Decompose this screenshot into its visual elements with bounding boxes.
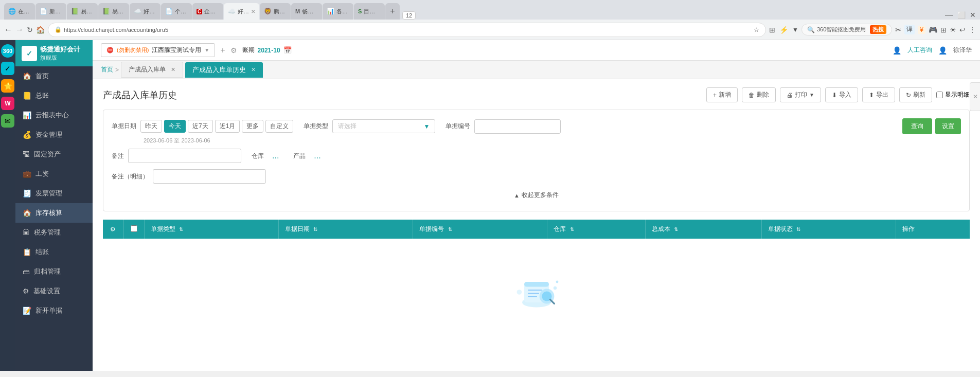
sidebar-item-home[interactable]: 🏠 首页 [15,66,93,86]
tab-product-history-close-icon[interactable]: ✕ [251,66,256,73]
th-settings[interactable]: ⚙ [103,220,123,239]
sidebar-item-reports[interactable]: 📊 云报表中心 [15,105,93,125]
refresh-button[interactable]: ↻ 刷新 [899,87,932,102]
date-btn-custom[interactable]: 自定义 [265,120,293,133]
browser-tab-9[interactable]: 🦁 腾… [260,3,291,20]
show-details-checkbox[interactable]: 显示明细 [936,91,970,99]
breadcrumb-home[interactable]: 首页 [101,65,113,74]
date-btn-7days[interactable]: 近7天 [188,120,213,133]
browser-tab-5[interactable]: ☁️ 好… [130,3,161,20]
app-icon-changjie[interactable]: ✓ [1,62,14,75]
app-icon-weibo[interactable]: W [1,97,14,110]
warehouse-dots[interactable]: ... [268,151,283,160]
forward-button[interactable]: → [15,25,24,34]
product-dots[interactable]: ... [310,151,325,160]
sidebar-item-finance[interactable]: 💰 资金管理 [15,125,93,145]
sidebar-item-general-ledger[interactable]: 📒 总账 [15,86,93,105]
browser-tab-4[interactable]: 📗 易… [98,3,129,20]
right-panel-close-button[interactable]: ✕ [970,82,980,111]
browser-tab-6[interactable]: 📄 个… [161,3,192,20]
browser-tab-1[interactable]: 🌐 在… [4,3,35,20]
sidebar-item-archive[interactable]: 🗃 归档管理 [15,262,93,281]
setting-button[interactable]: 设置 [935,118,961,134]
app-icon-mail[interactable]: ✉ [1,114,14,128]
note-input[interactable] [128,149,241,163]
account-settings-button[interactable]: ⚙ [230,46,237,55]
th-bill-type[interactable]: 单据类型 ⇅ [144,220,278,239]
th-bill-number[interactable]: 单据编号 ⇅ [413,220,547,239]
address-input[interactable]: 🔒 https://cloud.chanjet.com/accounting/u… [48,23,766,37]
apps-icon[interactable]: ⊞ [940,26,947,34]
date-btn-today[interactable]: 今天 [164,120,186,133]
reload-button[interactable]: ↻ [27,26,33,34]
date-btn-yesterday[interactable]: 昨天 [140,120,162,133]
theme-icon[interactable]: ☀ [950,26,956,34]
print-button[interactable]: 🖨 打印 ▼ [780,87,821,102]
date-btn-more[interactable]: 更多 [242,120,263,133]
collapse-button[interactable]: ▲ 收起更多条件 [511,188,562,203]
tab-8-close-icon[interactable]: ✕ [251,9,255,14]
browser-tab-8[interactable]: ☁️ 好… ✕ [224,3,259,20]
import-button[interactable]: ⬇ 导入 [825,87,858,102]
browser-tab-7[interactable]: C 企… [192,3,223,20]
grid-icon[interactable]: ⊞ [769,26,775,34]
user-service-text[interactable]: 人工咨询 [907,46,932,55]
account-selector[interactable]: ⛔ (勿删勿禁用) 江西腺宝测试专用 ▼ [101,43,215,57]
scissors-icon[interactable]: ✂ [895,26,901,34]
browser-tab-3[interactable]: 📗 易… [67,3,98,20]
delete-button[interactable]: 🗑 删除 [742,87,776,102]
export-button[interactable]: ⬆ 导出 [862,87,895,102]
select-all-checkbox[interactable] [131,225,137,232]
th-warehouse[interactable]: 仓库 ⇅ [547,220,645,239]
sidebar-item-settlement[interactable]: 📋 结账 [15,242,93,262]
translate-icon[interactable]: 译 [904,25,915,34]
close-icon[interactable]: ✕ [970,11,976,19]
sidebar-item-fixed-assets[interactable]: 🏗 固定资产 [15,145,93,164]
add-button[interactable]: + 新增 [706,87,738,102]
new-tab-button[interactable]: + [385,3,400,20]
query-button[interactable]: 查询 [902,118,932,134]
game-icon[interactable]: 🎮 [929,26,937,34]
sidebar-item-invoice[interactable]: 🧾 发票管理 [15,184,93,203]
tab-product-list[interactable]: 产成品入库单 ✕ [121,62,183,78]
sidebar-item-inventory[interactable]: 🏠 库存核算 [15,203,93,223]
th-checkbox[interactable] [123,220,144,239]
tab-product-history[interactable]: 产成品入库单历史 ✕ [185,62,263,78]
browser-tab-12[interactable]: S 目… [354,3,385,20]
browser-tab-10[interactable]: M 畅… [291,3,322,20]
tab-product-list-close-icon[interactable]: ✕ [171,66,175,73]
tab-10-title: 畅… [302,8,318,15]
tab-product-list-label: 产成品入库单 [129,65,166,74]
th-bill-date[interactable]: 单据日期 ⇅ [278,220,413,239]
bill-number-input[interactable] [474,119,561,134]
browser-tab-2[interactable]: 📄 新… [35,3,66,20]
yuan-icon[interactable]: ¥ [918,26,925,34]
date-filter-label: 单据日期 [112,122,136,131]
undo-icon[interactable]: ↩ [959,26,966,34]
sidebar-item-new-bill[interactable]: 📝 新开单据 [15,301,93,320]
back-button[interactable]: ← [4,25,12,34]
date-btn-1month[interactable]: 近1月 [215,120,240,133]
app-icon-360[interactable]: 360 [1,44,14,58]
home-button[interactable]: 🏠 [36,26,45,34]
sidebar-item-payroll[interactable]: 💼 工资 [15,164,93,184]
browser-tab-11[interactable]: 📊 各… [323,3,353,20]
menu-icon[interactable]: ⋮ [969,26,976,34]
show-details-input[interactable] [936,92,943,98]
add-account-button[interactable]: + [220,46,225,55]
sidebar-item-basic-settings[interactable]: ⚙ 基础设置 [15,281,93,301]
calendar-icon[interactable]: 📅 [283,46,292,54]
minimize-icon[interactable]: — [945,10,953,20]
bookmark-icon[interactable]: ☆ [754,26,759,33]
dropdown-icon[interactable]: ▼ [792,26,798,33]
maximize-icon[interactable]: ⬜ [957,11,966,19]
th-bill-status[interactable]: 单据状态 ⇅ [761,220,896,239]
sidebar-item-tax[interactable]: 🏛 税务管理 [15,223,93,242]
th-total-cost[interactable]: 总成本 ⇅ [645,220,761,239]
bill-type-select[interactable]: 请选择 ▼ [332,119,435,133]
app-icon-star[interactable]: ⭐ [1,79,14,93]
note-detail-input[interactable] [153,169,266,184]
content-tabs-bar: 首页 > 产成品入库单 ✕ 产成品入库单历史 ✕ [93,61,980,79]
empty-state-icon [511,270,562,311]
lightning-icon[interactable]: ⚡ [779,26,788,34]
